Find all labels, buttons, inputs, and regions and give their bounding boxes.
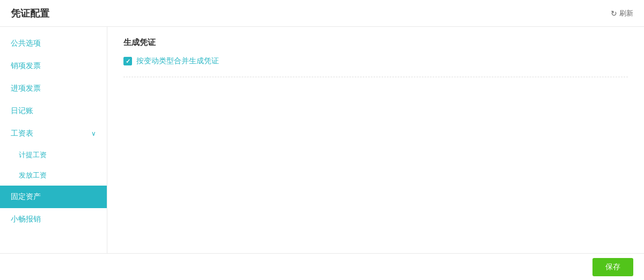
section-title: 生成凭证 [123,38,628,48]
sidebar-item-expense-claim[interactable]: 小畅报销 [0,208,107,231]
sidebar-item-label: 计提工资 [19,151,47,159]
checkbox-row: 按变动类型合并生成凭证 [123,56,628,66]
sidebar-item-fixed-assets[interactable]: 固定资产 [0,186,107,208]
sidebar-item-label: 发放工资 [19,171,47,179]
sidebar-item-pay-wages[interactable]: 发放工资 [0,165,107,186]
content-area: 生成凭证 按变动类型合并生成凭证 [107,27,644,253]
sidebar-item-payroll[interactable]: 工资表 ∨ [0,122,107,145]
sidebar-item-label: 工资表 [11,129,33,138]
sidebar-item-public-options[interactable]: 公共选项 [0,32,107,55]
refresh-label: 刷新 [619,9,633,18]
sidebar-item-sales-invoice[interactable]: 销项发票 [0,55,107,77]
merge-by-type-checkbox[interactable] [123,57,132,65]
sidebar-item-label: 固定资产 [11,192,41,202]
footer: 保存 [0,253,644,280]
chevron-down-icon: ∨ [91,130,96,137]
sidebar-item-label: 公共选项 [11,39,41,48]
divider [123,77,628,77]
save-button[interactable]: 保存 [592,258,633,276]
sidebar-item-label: 销项发票 [11,61,41,71]
sidebar-item-purchase-invoice[interactable]: 进项发票 [0,77,107,100]
sidebar-item-label: 日记账 [11,106,33,116]
sidebar-item-journal[interactable]: 日记账 [0,100,107,122]
sidebar-item-label: 进项发票 [11,84,41,93]
sidebar-item-accrued-wages[interactable]: 计提工资 [0,145,107,165]
refresh-icon: ↻ [611,9,617,18]
sidebar: 公共选项 销项发票 进项发票 日记账 工资表 ∨ 计提工资 发放工资 固定资产 … [0,27,107,253]
header: 凭证配置 ↻ 刷新 [0,0,644,27]
sidebar-item-label: 小畅报销 [11,215,41,224]
refresh-button[interactable]: ↻ 刷新 [611,9,633,18]
checkbox-label: 按变动类型合并生成凭证 [136,56,219,66]
page-title: 凭证配置 [11,7,49,20]
main-layout: 公共选项 销项发票 进项发票 日记账 工资表 ∨ 计提工资 发放工资 固定资产 … [0,27,644,253]
